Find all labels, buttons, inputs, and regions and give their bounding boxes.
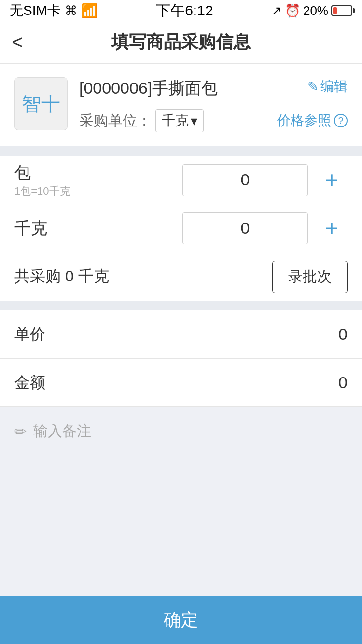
record-batch-button[interactable]: 录批次 [272, 261, 348, 293]
bag-main-label: 包 [14, 162, 92, 184]
edit-link[interactable]: ✎ 编辑 [307, 77, 348, 96]
bag-input-row: 包 1包=10千克 0 + [0, 156, 362, 204]
edit-label: 编辑 [320, 77, 348, 96]
status-right: ↗ ⏰ 20% [271, 3, 352, 18]
bag-plus-button[interactable]: + [316, 164, 348, 196]
status-left: 无SIM卡 ⌘️ 📶 [10, 1, 98, 20]
price-ref-label: 价格参照 [277, 112, 331, 130]
kg-input-right: 0 + [92, 212, 348, 244]
kg-value: 0 [241, 219, 250, 238]
bag-label: 包 1包=10千克 [14, 162, 92, 198]
confirm-button[interactable]: 确定 [0, 596, 362, 644]
section-divider-2 [0, 301, 362, 310]
status-bar: 无SIM卡 ⌘️ 📶 下午6:12 ↗ ⏰ 20% [0, 0, 362, 21]
price-section: 单价 0 金额 0 [0, 310, 362, 407]
unit-dropdown[interactable]: 千克 ▾ [155, 109, 204, 132]
unit-price-value: 0 [338, 325, 348, 344]
kg-input-row: 千克 0 + [0, 204, 362, 252]
wifi-signal: 📶 [81, 3, 98, 19]
summary-row: 共采购 0 千克 录批次 [0, 252, 362, 301]
purchase-unit-label: 采购单位： 千克 ▾ [79, 109, 204, 132]
input-section: 包 1包=10千克 0 + 千克 0 + 共采购 0 千克 录批次 [0, 156, 362, 301]
unit-price-label: 单价 [14, 324, 45, 345]
kg-number-input[interactable]: 0 [182, 212, 308, 244]
kg-plus-button[interactable]: + [316, 212, 348, 244]
dropdown-arrow-icon: ▾ [191, 113, 197, 129]
bag-value: 0 [241, 170, 250, 189]
bag-sub-label: 1包=10千克 [14, 184, 92, 198]
content-area [0, 456, 362, 620]
product-image: 智十 [14, 77, 68, 130]
battery-percent: 20% [303, 3, 328, 18]
carrier-label: 无SIM卡 [10, 1, 61, 20]
note-placeholder: 输入备注 [33, 421, 91, 441]
product-name-row: [0000006]手撕面包 ✎ 编辑 [79, 77, 348, 99]
alarm-icon: ⏰ [285, 3, 300, 18]
unit-value: 千克 [162, 112, 189, 130]
status-time: 下午6:12 [156, 1, 213, 21]
unit-price-row: 单价 0 [0, 310, 362, 359]
page-title: 填写商品采购信息 [111, 30, 251, 54]
amount-row: 金额 0 [0, 359, 362, 407]
product-info: [0000006]手撕面包 ✎ 编辑 采购单位： 千克 ▾ 价格参照 ? [79, 77, 348, 132]
section-divider-1 [0, 146, 362, 156]
kg-main-label: 千克 [14, 217, 92, 239]
bag-input-right: 0 + [92, 164, 348, 196]
location-icon: ↗ [271, 3, 282, 18]
help-icon: ? [334, 114, 348, 127]
price-ref-link[interactable]: 价格参照 ? [277, 112, 348, 130]
note-section[interactable]: ✏ 输入备注 [0, 407, 362, 456]
battery-icon [331, 5, 352, 16]
product-name: [0000006]手撕面包 [79, 77, 218, 99]
back-button[interactable]: < [12, 31, 23, 53]
product-image-label: 智十 [22, 91, 60, 117]
edit-icon: ✎ [307, 79, 319, 95]
wifi-icon: ⌘️ [65, 3, 77, 18]
amount-label: 金额 [14, 372, 45, 393]
pencil-icon: ✏ [14, 423, 27, 440]
unit-text-label: 采购单位： [79, 111, 152, 131]
purchase-unit-row: 采购单位： 千克 ▾ 价格参照 ? [79, 109, 348, 132]
amount-value: 0 [338, 373, 348, 392]
summary-text: 共采购 0 千克 [14, 266, 109, 287]
kg-label: 千克 [14, 217, 92, 239]
bag-number-input[interactable]: 0 [182, 164, 308, 196]
nav-bar: < 填写商品采购信息 [0, 21, 362, 64]
product-card: 智十 [0000006]手撕面包 ✎ 编辑 采购单位： 千克 ▾ 价格参照 ? [0, 64, 362, 146]
